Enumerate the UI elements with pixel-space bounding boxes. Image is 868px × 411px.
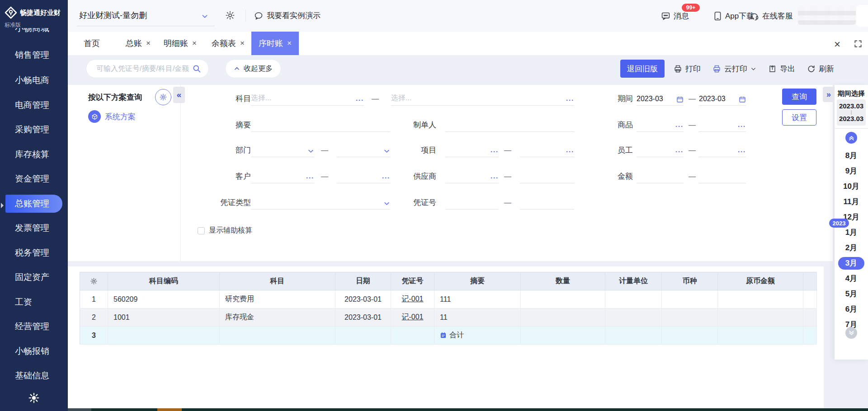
- chevron-down-icon[interactable]: [383, 148, 390, 154]
- col-header[interactable]: 摘要: [434, 272, 521, 290]
- tab-general-ledger[interactable]: 总账×: [126, 32, 151, 55]
- sidebar-item-invoice[interactable]: 发票管理: [0, 221, 68, 235]
- month-item[interactable]: 8月: [835, 148, 868, 163]
- goods-to-field[interactable]: ···: [699, 117, 746, 132]
- gear-icon[interactable]: [225, 10, 235, 20]
- sidebar-item-tax[interactable]: 税务管理: [0, 246, 68, 260]
- table-row[interactable]: 2 1001 库存现金 2023-03-01 记-001 11: [80, 308, 817, 327]
- amount-from-field[interactable]: [637, 169, 684, 183]
- month-item[interactable]: 9月: [835, 163, 868, 179]
- scheme-settings-gear-icon[interactable]: [155, 89, 171, 105]
- goods-from-field[interactable]: ···: [637, 117, 684, 132]
- month-item[interactable]: 2月: [835, 240, 868, 256]
- customer-from-field[interactable]: ···: [251, 169, 314, 183]
- redacted-username[interactable]: [798, 6, 856, 25]
- scrollbar-track[interactable]: [803, 290, 817, 308]
- scroll-down-icon[interactable]: [845, 327, 857, 339]
- calendar-icon[interactable]: [676, 96, 684, 103]
- app-download-button[interactable]: App下载: [713, 11, 754, 21]
- col-header[interactable]: 日期: [335, 272, 391, 290]
- ellipsis-icon[interactable]: ···: [738, 124, 746, 129]
- voucher-no-to-field[interactable]: [520, 195, 574, 210]
- collapse-more-button[interactable]: 收起更多: [225, 59, 281, 78]
- ellipsis-icon[interactable]: ···: [738, 149, 746, 154]
- customer-to-field[interactable]: ···: [337, 169, 390, 183]
- ellipsis-icon[interactable]: ···: [382, 175, 390, 181]
- subject-from-field[interactable]: 选择...···: [251, 91, 364, 106]
- close-icon[interactable]: ×: [240, 39, 245, 48]
- scheme-pane-collapse-button[interactable]: «: [173, 87, 185, 103]
- show-aux-checkbox[interactable]: 显示辅助核算: [198, 226, 252, 235]
- sidebar-item-general-ledger[interactable]: 总账管理: [5, 195, 62, 213]
- demo-link[interactable]: 我要看实例演示: [254, 10, 321, 21]
- project-from-field[interactable]: ···: [445, 143, 499, 157]
- search-icon[interactable]: [192, 64, 201, 73]
- month-item[interactable]: 6月: [835, 302, 868, 317]
- close-icon[interactable]: ×: [834, 38, 840, 51]
- sidebar-collapse-handle[interactable]: [0, 201, 5, 210]
- sidebar-item-purchase[interactable]: 采购管理: [0, 123, 68, 136]
- project-to-field[interactable]: ···: [520, 143, 574, 157]
- export-button[interactable]: 导出: [768, 64, 795, 74]
- month-item-selected[interactable]: 3月: [838, 257, 864, 270]
- col-header[interactable]: 科目编码: [108, 272, 220, 290]
- chevron-down-icon[interactable]: [201, 13, 208, 20]
- subject-to-field[interactable]: 选择...···: [391, 91, 574, 106]
- voucher-no-from-field[interactable]: [445, 195, 499, 210]
- month-item[interactable]: 5月: [835, 286, 868, 302]
- ellipsis-icon[interactable]: ···: [566, 149, 574, 154]
- refresh-button[interactable]: 刷新: [807, 64, 834, 74]
- search-input[interactable]: 可输入凭证号/摘要/科目/金额: [86, 59, 209, 78]
- chevron-down-icon[interactable]: [383, 200, 390, 207]
- online-service-button[interactable]: 在线客服: [750, 11, 793, 21]
- tab-balance-sheet[interactable]: 余额表×: [212, 32, 245, 55]
- close-icon[interactable]: ×: [287, 39, 292, 48]
- sidebar-item-funds[interactable]: 资金管理: [0, 172, 68, 186]
- col-header[interactable]: 凭证号: [391, 272, 434, 290]
- maker-field[interactable]: [445, 117, 574, 132]
- employee-from-field[interactable]: ···: [637, 143, 684, 157]
- ellipsis-icon[interactable]: ···: [491, 175, 499, 181]
- sidebar-item-base-info[interactable]: 基础信息: [0, 369, 68, 383]
- close-icon[interactable]: ×: [192, 39, 197, 48]
- checkbox-icon[interactable]: [198, 227, 205, 234]
- print-button[interactable]: 打印: [674, 64, 701, 74]
- period-panel-collapse-button[interactable]: »: [823, 87, 835, 102]
- table-row[interactable]: 1 560209 研究费用 2023-03-01 记-001 111: [80, 290, 817, 308]
- sidebar-item-ecom-mgmt[interactable]: 电商管理: [0, 98, 68, 112]
- voucher-link[interactable]: 记-001: [401, 295, 423, 303]
- col-header[interactable]: 数量: [521, 272, 605, 290]
- sidebar-item-payroll[interactable]: 工资: [0, 295, 68, 309]
- scrollbar-track[interactable]: [803, 272, 817, 290]
- scrollbar-track[interactable]: [803, 308, 817, 327]
- cloud-print-button[interactable]: 云打印: [712, 64, 756, 74]
- period-from-field[interactable]: 2023-03: [637, 91, 684, 106]
- sidebar-item-operations[interactable]: 经营管理: [0, 320, 68, 333]
- ellipsis-icon[interactable]: ···: [675, 124, 684, 129]
- ellipsis-icon[interactable]: ···: [566, 98, 574, 103]
- query-button[interactable]: 查询: [782, 89, 816, 105]
- ellipsis-icon[interactable]: ···: [356, 98, 364, 103]
- ellipsis-icon[interactable]: ···: [491, 149, 499, 154]
- ellipsis-icon[interactable]: ···: [675, 149, 684, 154]
- month-item[interactable]: 4月: [835, 271, 868, 286]
- tab-journal[interactable]: 序时账×: [251, 32, 299, 55]
- back-to-old-version-button[interactable]: 退回旧版: [620, 60, 665, 78]
- col-header[interactable]: 计量单位: [605, 272, 662, 290]
- close-icon[interactable]: ×: [146, 39, 151, 48]
- department-to-field[interactable]: [337, 143, 390, 157]
- col-header[interactable]: 币种: [662, 272, 718, 290]
- sidebar-item-sales[interactable]: 销售管理: [0, 48, 68, 62]
- summary-field[interactable]: [251, 117, 390, 132]
- tab-detail-ledger[interactable]: 明细账×: [164, 32, 197, 55]
- supplier-to-field[interactable]: [520, 169, 574, 183]
- calendar-icon[interactable]: [739, 96, 746, 103]
- sidebar-item-xc-expense[interactable]: 小畅报销: [0, 345, 68, 358]
- month-item[interactable]: 11月: [835, 194, 868, 210]
- fullscreen-icon[interactable]: [854, 39, 863, 48]
- sidebar-item-inventory[interactable]: 库存核算: [0, 148, 68, 161]
- sidebar-item-fixed-assets[interactable]: 固定资产: [0, 271, 68, 284]
- voucher-type-field[interactable]: [251, 195, 390, 210]
- employee-to-field[interactable]: ···: [699, 143, 746, 157]
- account-dropdown[interactable]: 好业财测试-量勿删: [79, 10, 147, 21]
